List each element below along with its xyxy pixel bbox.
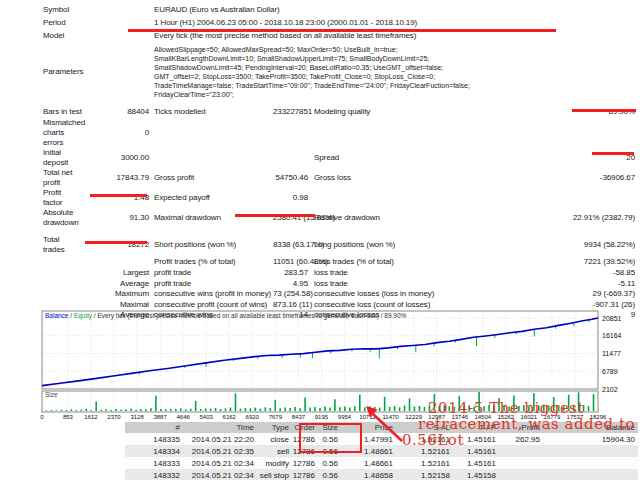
report-value: 0.98 bbox=[273, 193, 308, 203]
annotation-underline bbox=[90, 194, 147, 197]
report-label: Gross loss bbox=[308, 173, 436, 183]
svg-text:11477: 11477 bbox=[602, 350, 621, 357]
report-label: Relative drawdown bbox=[308, 213, 436, 223]
svg-text:3887: 3887 bbox=[153, 414, 167, 420]
report-row: Initial deposit3000.00Spread20 bbox=[43, 148, 635, 168]
annotation-underline bbox=[572, 109, 636, 112]
report-value: -907.31 (26) bbox=[436, 300, 635, 310]
svg-text:5403: 5403 bbox=[200, 414, 214, 420]
trade-cell: 1.52161 bbox=[396, 457, 453, 469]
trade-row: 1483332014.05.21 02:34modify127860.561.4… bbox=[125, 457, 638, 469]
legend-model-text: / Every tick (the most precise method ba… bbox=[92, 312, 406, 319]
report-label: Mismatched charts errors bbox=[43, 118, 111, 148]
trade-cell bbox=[543, 445, 638, 457]
report-label: consecutive profit (count of wins) bbox=[149, 300, 273, 310]
trade-cell: 1.48661 bbox=[341, 457, 396, 469]
report-value: 91.30 bbox=[111, 213, 149, 223]
report-label: Every tick (the most precise method base… bbox=[149, 31, 635, 41]
trade-cell: 2014.05.21 22:20 bbox=[183, 433, 257, 445]
report-value: 54750.46 bbox=[273, 173, 308, 183]
trade-cell: 2014.05.21 02:35 bbox=[183, 445, 257, 457]
report-row: Mismatched charts errors0 bbox=[43, 118, 635, 148]
report-label: Expected payoff bbox=[149, 193, 273, 203]
svg-text:0: 0 bbox=[40, 414, 44, 420]
report-label: Total net profit bbox=[43, 168, 111, 188]
report-value: 73 (254.58) bbox=[273, 289, 308, 299]
report-label: consecutive wins (profit in money) bbox=[149, 289, 273, 299]
report-row: Total trades18272Short positions (won %)… bbox=[43, 235, 635, 255]
report-label: Modeling quality bbox=[308, 107, 436, 117]
report-value: 17843.79 bbox=[111, 173, 149, 183]
trade-cell: 1.52158 bbox=[396, 469, 453, 480]
report-row: Profit factor1.48Expected payoff0.98 bbox=[43, 188, 635, 208]
report-label: loss trade bbox=[308, 279, 436, 289]
annotation-underline bbox=[128, 29, 556, 32]
trade-cell bbox=[543, 457, 638, 469]
svg-text:10712: 10712 bbox=[359, 414, 376, 420]
trade-cell: 2014.05.21 02:34 bbox=[183, 457, 257, 469]
size-panel-label: Size bbox=[45, 391, 58, 398]
report-label: Short positions (won %) bbox=[149, 240, 273, 250]
chart-legend: Balance / Equity / Every tick (the most … bbox=[45, 312, 406, 319]
trade-row: 1483322014.05.21 02:34sell stop127860.56… bbox=[125, 469, 638, 480]
legend-equity-label: Equity bbox=[74, 312, 92, 319]
trade-cell: 1.45158 bbox=[453, 469, 499, 480]
report-summary-table: SymbolEURAUD (Euro vs Australian Dollar)… bbox=[43, 4, 635, 321]
report-label: profit trade bbox=[149, 279, 273, 289]
report-value: Largest bbox=[111, 268, 149, 278]
report-label: Initial deposit bbox=[43, 148, 111, 168]
trade-cell: 15904.30 bbox=[543, 433, 638, 445]
report-label: Symbol bbox=[43, 5, 111, 15]
trade-cell: modify bbox=[257, 457, 292, 469]
trade-cell: 262.95 bbox=[499, 433, 543, 445]
trade-cell: 0.56 bbox=[318, 457, 341, 469]
report-label: Period bbox=[43, 18, 111, 28]
trade-cell: 12786 bbox=[292, 469, 318, 480]
trade-cell: close bbox=[257, 433, 292, 445]
report-value: -58.85 bbox=[436, 268, 635, 278]
svg-text:9195: 9195 bbox=[315, 414, 329, 420]
report-label: 1 Hour (H1) 2004.06.23 05:00 - 2018.10.1… bbox=[149, 18, 635, 28]
annotation-underline bbox=[85, 241, 147, 244]
trade-cell: 1.45161 bbox=[453, 457, 499, 469]
svg-text:853: 853 bbox=[63, 414, 74, 420]
trade-cell bbox=[499, 469, 543, 480]
report-label: AllowedSlippage=50; AllowedMaxSpread=50;… bbox=[149, 45, 491, 99]
report-row: Total net profit17843.79Gross profit5475… bbox=[43, 168, 635, 188]
report-label: consecutive loss (count of losses) bbox=[308, 300, 436, 310]
report-label: consecutive losses (loss in money) bbox=[308, 289, 436, 299]
svg-text:11470: 11470 bbox=[382, 414, 399, 420]
report-label: Ticks modelled bbox=[149, 107, 273, 117]
svg-text:20851: 20851 bbox=[602, 315, 622, 322]
report-value: 7221 (39.52%) bbox=[436, 257, 635, 267]
trade-cell bbox=[543, 469, 638, 480]
report-row: Maximalconsecutive profit (count of wins… bbox=[43, 300, 635, 311]
report-row: Absolute drawdown91.30Maximal drawdown25… bbox=[43, 208, 635, 228]
strategy-tester-report: SymbolEURAUD (Euro vs Australian Dollar)… bbox=[0, 0, 640, 480]
report-value: 0 bbox=[111, 128, 149, 138]
report-value: Maximum bbox=[111, 289, 149, 299]
report-label: loss trade bbox=[308, 268, 436, 278]
trade-cell bbox=[499, 457, 543, 469]
report-row: Maximumconsecutive wins (profit in money… bbox=[43, 289, 635, 300]
report-row: Bars in test88404Ticks modelled233227851… bbox=[43, 105, 635, 118]
report-row: Largestprofit trade283.57loss trade-58.8… bbox=[43, 268, 635, 279]
report-label: Parameters bbox=[43, 67, 111, 77]
annotation-underline bbox=[235, 214, 315, 217]
trade-row: 1483352014.05.21 22:20close127860.561.47… bbox=[125, 433, 638, 445]
report-value: 29 (-669.37) bbox=[436, 289, 635, 299]
report-value: 88404 bbox=[111, 107, 149, 117]
report-label: Long positions (won %) bbox=[308, 240, 436, 250]
trade-cell: 148332 bbox=[125, 469, 183, 480]
svg-text:6920: 6920 bbox=[246, 414, 260, 420]
svg-text:2102: 2102 bbox=[602, 386, 618, 393]
report-label: Model bbox=[43, 31, 111, 41]
report-label: Bars in test bbox=[43, 107, 111, 117]
report-label: Profit factor bbox=[43, 188, 111, 208]
report-value: 9934 (58.22%) bbox=[436, 240, 635, 250]
svg-text:7679: 7679 bbox=[269, 414, 283, 420]
trade-cell: 12786 bbox=[292, 457, 318, 469]
trades-header-cell: Time bbox=[183, 422, 257, 433]
report-value: 8338 (63.17%) bbox=[273, 240, 308, 250]
report-label: EURAUD (Euro vs Australian Dollar) bbox=[149, 5, 635, 15]
